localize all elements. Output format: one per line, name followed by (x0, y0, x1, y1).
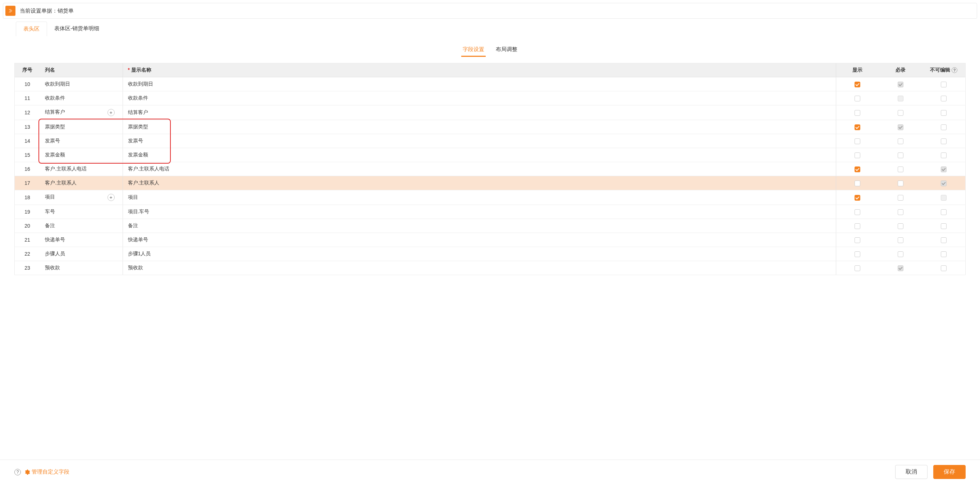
checkbox-required[interactable] (898, 237, 904, 243)
checkbox-readonly[interactable] (941, 124, 947, 130)
cell-display-name[interactable]: 步骤1人员 (123, 247, 836, 261)
add-sub-field-button[interactable]: + (108, 194, 115, 201)
cell-name: 项目+ (40, 190, 123, 205)
checkbox-readonly[interactable] (941, 223, 947, 229)
required-star-icon: * (128, 67, 130, 73)
cell-seq: 17 (15, 176, 40, 190)
checkbox-required[interactable] (898, 139, 904, 144)
cell-name: 票据类型 (40, 120, 123, 134)
cell-display-name[interactable]: 结算客户 (123, 105, 836, 120)
checkbox-show[interactable] (854, 265, 860, 271)
table-row: 21快递单号快递单号 (15, 233, 965, 247)
checkbox-show[interactable] (854, 237, 860, 243)
checkbox-required[interactable] (898, 153, 904, 158)
cell-name: 备注 (40, 219, 123, 233)
col-header-seq: 序号 (15, 63, 40, 77)
checkbox-readonly[interactable] (941, 96, 947, 101)
cell-required (879, 219, 922, 233)
collapse-toggle[interactable] (5, 6, 16, 16)
checkbox-show[interactable] (854, 96, 860, 101)
cell-seq: 19 (15, 205, 40, 219)
checkbox-readonly[interactable] (941, 237, 947, 243)
checkbox-required[interactable] (898, 252, 904, 257)
cell-seq: 12 (15, 105, 40, 120)
checkbox-readonly[interactable] (941, 252, 947, 257)
cell-readonly (922, 148, 965, 162)
cell-display-name[interactable]: 票据类型 (123, 120, 836, 134)
checkbox-readonly[interactable] (941, 139, 947, 144)
cell-display-name[interactable]: 发票号 (123, 134, 836, 148)
checkbox-show[interactable] (854, 82, 860, 88)
cell-show (836, 247, 879, 261)
checkbox-readonly[interactable] (941, 110, 947, 116)
add-sub-field-button[interactable]: + (108, 109, 115, 116)
cell-required (879, 91, 922, 105)
section-tab-1[interactable]: 表体区-销货单明细 (47, 22, 107, 36)
cell-required (879, 148, 922, 162)
cell-required (879, 162, 922, 176)
cell-show (836, 120, 879, 134)
cell-name: 发票号 (40, 134, 123, 148)
cell-display-name[interactable]: 收款到期日 (123, 77, 836, 91)
header-prefix: 当前设置单据： (20, 8, 57, 14)
cell-display-name[interactable]: 发票金额 (123, 148, 836, 162)
cell-display-name[interactable]: 客户.主联系人电话 (123, 162, 836, 176)
cell-display-name[interactable]: 预收款 (123, 261, 836, 275)
checkbox-show[interactable] (854, 124, 860, 130)
table-row: 22步骤人员步骤1人员 (15, 247, 965, 261)
checkbox-readonly (941, 195, 947, 201)
cell-display-name[interactable]: 项目.车号 (123, 205, 836, 219)
cell-show (836, 148, 879, 162)
section-tab-0[interactable]: 表头区 (16, 22, 47, 36)
checkbox-show[interactable] (854, 223, 860, 229)
cell-display-name[interactable]: 客户.主联系人 (123, 176, 836, 190)
cell-display-name[interactable]: 收款条件 (123, 91, 836, 105)
checkbox-show[interactable] (854, 139, 860, 144)
checkbox-show[interactable] (854, 195, 860, 201)
cell-display-name[interactable]: 备注 (123, 219, 836, 233)
checkbox-required[interactable] (898, 223, 904, 229)
checkbox-show[interactable] (854, 209, 860, 215)
checkbox-show[interactable] (854, 252, 860, 257)
cell-show (836, 77, 879, 91)
field-name-label: 步骤人员 (45, 251, 65, 256)
checkbox-required (898, 82, 904, 88)
checkbox-readonly (941, 180, 947, 186)
checkbox-required[interactable] (898, 180, 904, 186)
field-name-label: 项目 (45, 194, 55, 199)
header-doc-type: 销货单 (57, 8, 74, 14)
help-icon[interactable]: ? (951, 67, 957, 73)
checkbox-show[interactable] (854, 167, 860, 172)
checkbox-readonly[interactable] (941, 209, 947, 215)
sub-tab-1[interactable]: 布局调整 (494, 43, 519, 57)
cell-required (879, 205, 922, 219)
cell-required (879, 247, 922, 261)
cell-name: 结算客户+ (40, 105, 123, 120)
checkbox-required[interactable] (898, 195, 904, 201)
sub-tab-0[interactable]: 字段设置 (461, 43, 486, 57)
checkbox-required[interactable] (898, 167, 904, 172)
checkbox-readonly[interactable] (941, 153, 947, 158)
cell-name: 车号 (40, 205, 123, 219)
checkbox-show[interactable] (854, 153, 860, 158)
cell-show (836, 176, 879, 190)
table-row: 11收款条件收款条件 (15, 91, 965, 105)
checkbox-required[interactable] (898, 209, 904, 215)
cell-required (879, 261, 922, 275)
cell-display-name[interactable]: 快递单号 (123, 233, 836, 247)
cell-required (879, 190, 922, 205)
cell-name: 预收款 (40, 261, 123, 275)
cell-seq: 23 (15, 261, 40, 275)
cell-display-name[interactable]: 项目 (123, 190, 836, 205)
cell-seq: 22 (15, 247, 40, 261)
checkbox-readonly[interactable] (941, 265, 947, 271)
cell-required (879, 120, 922, 134)
checkbox-show[interactable] (854, 110, 860, 116)
cell-readonly (922, 233, 965, 247)
checkbox-show[interactable] (854, 180, 860, 186)
field-name-label: 客户.主联系人电话 (45, 166, 87, 172)
checkbox-required[interactable] (898, 110, 904, 116)
checkbox-readonly[interactable] (941, 82, 947, 88)
field-table: 序号 列名 *显示名称 显示 必录 不可编辑? 10收款到期日收款到期日11收款… (15, 63, 965, 275)
col-header-name: 列名 (40, 63, 123, 77)
